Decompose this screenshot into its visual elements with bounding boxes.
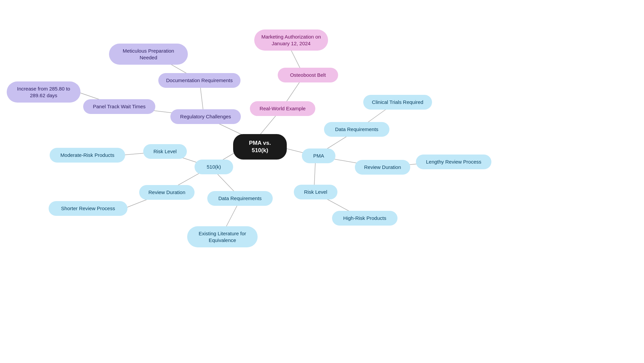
data-req-510-node[interactable]: Data Requirements (207, 191, 273, 206)
data-req-pma-node[interactable]: Data Requirements (324, 122, 389, 137)
center-node[interactable]: PMA vs. 510(k) (233, 134, 287, 160)
pma-node[interactable]: PMA (302, 148, 335, 163)
regulatory-challenges-node[interactable]: Regulatory Challenges (170, 109, 241, 124)
existing-literature-node[interactable]: Existing Literature forEquivalence (187, 226, 258, 247)
osteoboost-node[interactable]: Osteoboost Belt (278, 68, 338, 82)
review-duration-pma-node[interactable]: Review Duration (355, 160, 410, 175)
review-duration-510-node[interactable]: Review Duration (139, 185, 195, 200)
meticulous-preparation-node[interactable]: Meticulous PreparationNeeded (109, 44, 188, 65)
high-risk-node[interactable]: High-Risk Products (332, 211, 397, 226)
panel-track-wait-node[interactable]: Panel Track Wait Times (83, 99, 155, 114)
marketing-auth-node[interactable]: Marketing Authorization onJanuary 12, 20… (254, 29, 328, 51)
increase-days-node[interactable]: Increase from 285.80 to289.62 days (7, 81, 80, 103)
moderate-risk-node[interactable]: Moderate-Risk Products (50, 148, 125, 163)
510k-node[interactable]: 510(k) (195, 160, 233, 174)
risk-level-pma-node[interactable]: Risk Level (294, 185, 337, 199)
lengthy-review-node[interactable]: Lengthy Review Process (416, 155, 491, 169)
shorter-review-node[interactable]: Shorter Review Process (49, 201, 127, 216)
real-world-example-node[interactable]: Real-World Example (250, 101, 315, 116)
risk-level-510-node[interactable]: Risk Level (143, 144, 187, 159)
documentation-requirements-node[interactable]: Documentation Requirements (158, 73, 240, 88)
clinical-trials-node[interactable]: Clinical Trials Required (363, 95, 432, 110)
